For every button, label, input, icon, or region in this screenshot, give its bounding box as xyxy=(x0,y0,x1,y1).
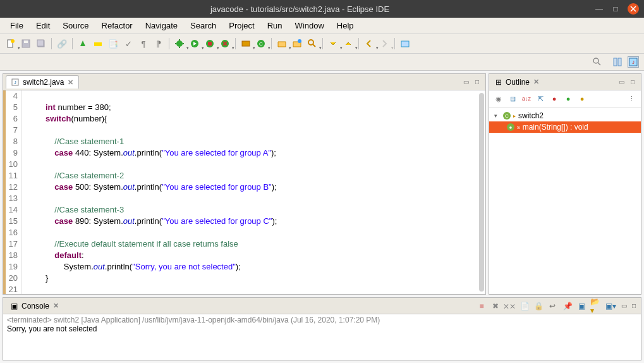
vertical-scrollbar[interactable] xyxy=(479,93,484,292)
run-button[interactable] xyxy=(188,37,202,51)
bookmark-button[interactable]: 📑 xyxy=(106,37,120,51)
code-line[interactable] xyxy=(27,159,473,170)
save-button[interactable] xyxy=(19,37,33,51)
code-line[interactable]: int number = 380; xyxy=(27,102,473,113)
svg-rect-19 xyxy=(614,58,617,66)
minimize-view-button[interactable]: ▭ xyxy=(461,78,470,87)
code-line[interactable] xyxy=(27,90,473,102)
code-line[interactable]: } xyxy=(27,273,473,284)
code-line[interactable]: switch(number){ xyxy=(27,113,473,125)
new-package-button[interactable] xyxy=(239,37,253,51)
open-console-button[interactable]: 📂▾ xyxy=(590,300,603,312)
outline-class-row[interactable]: ▾ C ▸ switch2 xyxy=(489,110,641,121)
display-console-button[interactable]: ▣ xyxy=(575,300,588,312)
code-line[interactable]: case 890: System.out.println("You are se… xyxy=(27,216,473,227)
console-body[interactable]: <terminated> switch2 [Java Application] … xyxy=(3,314,641,360)
code-line[interactable]: //Case statement-1 xyxy=(27,136,473,147)
menu-run[interactable]: Run xyxy=(261,18,289,33)
hide-fields-icon[interactable]: ⇱ xyxy=(535,93,546,104)
menu-edit[interactable]: Edit xyxy=(30,18,56,33)
outline-maximize-button[interactable]: □ xyxy=(628,78,637,87)
pin-console-button[interactable]: 📌 xyxy=(561,300,574,312)
expand-arrow-icon[interactable]: ▾ xyxy=(494,113,501,119)
outline-close-icon[interactable]: ✕ xyxy=(533,78,539,86)
tab-close-icon[interactable]: ✕ xyxy=(68,78,73,87)
outline-minimize-button[interactable]: ▭ xyxy=(617,78,626,87)
scroll-lock-button[interactable]: 🔒 xyxy=(532,300,545,312)
forward-button[interactable] xyxy=(377,37,391,51)
search-access-button[interactable] xyxy=(592,57,602,67)
code-line[interactable]: //Execute default statement if all case … xyxy=(27,238,473,250)
new-class-button[interactable]: C xyxy=(254,37,268,51)
menu-project[interactable]: Project xyxy=(222,18,260,33)
code-line[interactable]: System.out.println("Sorry, you are not s… xyxy=(27,261,473,273)
line-number: 5 xyxy=(8,102,18,113)
remove-all-button[interactable]: ⨯⨯ xyxy=(503,300,516,312)
code-line[interactable]: //Case statement-3 xyxy=(27,204,473,216)
console-tabstrip: ▣ Console ✕ ■ ✖ ⨯⨯ 📄 🔒 ↩ 📌 ▣ 📂▾ ▣▾ ▭ □ xyxy=(3,298,641,314)
menu-window[interactable]: Window xyxy=(289,18,331,33)
menu-search[interactable]: Search xyxy=(184,18,222,33)
hide-nonpublic-icon[interactable]: ● xyxy=(562,93,574,104)
line-number: 7 xyxy=(8,125,18,136)
menu-file[interactable]: File xyxy=(4,18,30,33)
external-tools-button[interactable] xyxy=(218,37,232,51)
console-minimize-button[interactable]: ▭ xyxy=(619,302,628,311)
sort-icon[interactable]: ⊟ xyxy=(507,93,518,104)
hide-static-icon[interactable]: ● xyxy=(549,93,560,104)
next-annotation-button[interactable] xyxy=(326,37,340,51)
code-line[interactable] xyxy=(27,125,473,136)
outline-menu-icon[interactable]: ⋮ xyxy=(626,93,637,104)
menu-refactor[interactable]: Refactor xyxy=(95,18,139,33)
code-line[interactable] xyxy=(27,193,473,204)
minimize-button[interactable]: — xyxy=(595,4,604,13)
maximize-view-button[interactable]: □ xyxy=(473,78,482,87)
save-all-button[interactable] xyxy=(34,37,48,51)
link-editor-button[interactable]: 🔗 xyxy=(55,37,69,51)
code-line[interactable]: //Case statement-2 xyxy=(27,170,473,182)
clear-console-button[interactable]: 📄 xyxy=(518,300,531,312)
remove-launch-button[interactable]: ✖ xyxy=(489,300,502,312)
menu-source[interactable]: Source xyxy=(56,18,95,33)
pin-editor-button[interactable] xyxy=(398,37,412,51)
console-maximize-button[interactable]: □ xyxy=(629,302,638,311)
code-line[interactable]: case 440: System.out.println("You are se… xyxy=(27,147,473,159)
console-close-icon[interactable]: ✕ xyxy=(53,302,59,310)
focus-icon[interactable]: ◉ xyxy=(493,93,504,104)
editor-body[interactable]: 456789101112131415161718192021 int numbe… xyxy=(3,90,485,294)
terminate-button[interactable]: ■ xyxy=(475,300,488,312)
outline-method-row[interactable]: ● S main(String[]) : void xyxy=(489,121,641,133)
code-line[interactable]: default: xyxy=(27,250,473,261)
az-sort-icon[interactable]: a↓z xyxy=(521,93,532,104)
maximize-button[interactable]: □ xyxy=(611,4,620,13)
coverage-button[interactable] xyxy=(203,37,217,51)
code-line[interactable] xyxy=(27,284,473,294)
close-button[interactable] xyxy=(628,3,639,15)
console-tab[interactable]: ▣ Console ✕ xyxy=(6,300,64,312)
outline-tab[interactable]: ⊞ Outline ✕ xyxy=(492,76,543,89)
new-button[interactable] xyxy=(4,37,18,51)
open-type-button[interactable] xyxy=(275,37,289,51)
java-perspective-button[interactable]: J xyxy=(628,56,639,68)
code-line[interactable] xyxy=(27,227,473,238)
wrap-button[interactable]: ¶ xyxy=(137,37,150,51)
open-perspective-button[interactable] xyxy=(612,57,623,67)
back-button[interactable] xyxy=(362,37,376,51)
menu-help[interactable]: Help xyxy=(331,18,360,33)
debug-button[interactable] xyxy=(173,37,186,51)
highlight-button[interactable] xyxy=(91,37,105,51)
open-task-button[interactable] xyxy=(290,37,304,51)
menu-navigate[interactable]: Navigate xyxy=(139,18,184,33)
prev-annotation-button[interactable] xyxy=(341,37,355,51)
search-button[interactable] xyxy=(305,37,319,51)
new-console-button[interactable]: ▣▾ xyxy=(604,300,617,312)
menubar: File Edit Source Refactor Navigate Searc… xyxy=(0,18,644,34)
task-button[interactable]: ✓ xyxy=(121,37,135,51)
word-wrap-button[interactable]: ↩ xyxy=(546,300,559,312)
whitespace-button[interactable]: ⁋ xyxy=(152,37,166,51)
debug-toggle-button[interactable] xyxy=(76,37,90,51)
code-line[interactable]: case 500: System.out.println("You are se… xyxy=(27,182,473,193)
hide-local-icon[interactable]: ● xyxy=(576,93,588,104)
editor-tab-switch2[interactable]: J switch2.java ✕ xyxy=(6,75,79,89)
code-area[interactable]: int number = 380; switch(number){ //Case… xyxy=(22,90,478,294)
